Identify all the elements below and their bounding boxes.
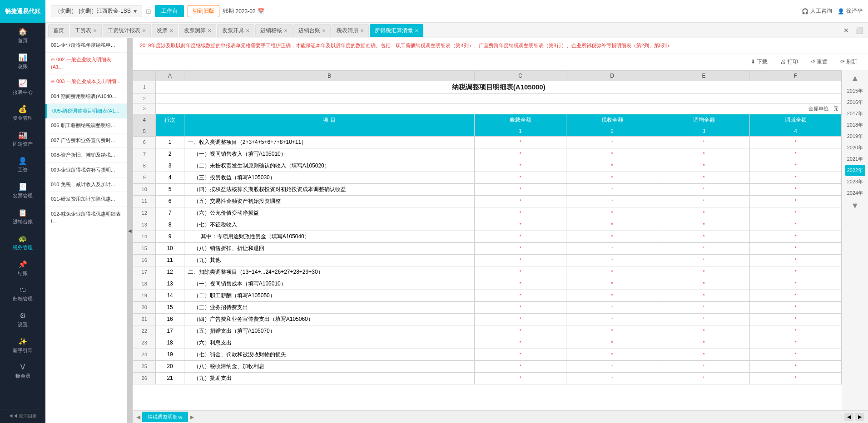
left-panel-item-item5[interactable]: 005-纳税调整项目明细表(A1... [45,104,127,118]
year-up-button[interactable]: ▲ [850,72,861,84]
col3-val[interactable]: * [658,337,750,349]
col1-val[interactable]: * [475,278,566,290]
col1-val[interactable]: * [475,325,566,337]
tab-close-income-tax[interactable]: ✕ [415,28,418,33]
col4-val[interactable]: * [750,301,842,313]
col3-val[interactable]: * [658,313,750,325]
left-panel-item-item12[interactable]: 012-减免企业所得税优惠明细表(... [45,207,127,229]
year-down-button[interactable]: ▼ [850,200,861,212]
col4-val[interactable]: * [750,313,842,325]
col3-val[interactable]: * [658,301,750,313]
col2-val[interactable]: * [566,219,658,231]
col4-val[interactable]: * [750,148,842,160]
col2-val[interactable]: * [566,290,658,301]
bottom-tab-sheet[interactable]: 纳税调整明细表 [142,412,188,422]
col3-val[interactable]: * [658,372,750,384]
sidebar-item-invoice-mgmt[interactable]: 🧾发票管理 [0,178,45,204]
collapse-handle[interactable]: ◀ [127,38,133,423]
left-panel-item-item7[interactable]: 007-广告费和业务宣传费时... [45,133,127,148]
col3-val[interactable]: * [658,231,750,242]
period-selector[interactable]: 账期 2023-02 📅 [223,7,264,15]
col2-val[interactable]: * [566,254,658,266]
year-btn-2022年[interactable]: 2022年 [845,165,865,176]
col4-val[interactable]: * [750,349,842,360]
col2-val[interactable]: * [566,231,658,242]
sidebar-item-guide[interactable]: ✨新手引导 [0,333,45,359]
refresh-button[interactable]: ⟳ 刷新 [837,57,861,67]
workbench-button[interactable]: 工作台 [155,5,184,17]
tab-invoice-open[interactable]: 发票开具 ✕ [217,24,254,37]
col4-val[interactable]: * [750,207,842,219]
sidebar-item-tax[interactable]: 🐢税务管理 [0,230,45,256]
col4-val[interactable]: * [750,242,842,254]
company-selector[interactable]: （勿删） (勿删）江西股金-LSS ▼ [51,5,142,17]
tab-close-purchase-ledger[interactable]: ✕ [322,28,326,33]
col2-val[interactable]: * [566,207,658,219]
left-panel-item-item6[interactable]: 006-职工薪酬纳税调整明细... [45,118,127,133]
year-btn-2015年[interactable]: 2015年 [845,85,865,97]
col3-val[interactable]: * [658,242,750,254]
col4-val[interactable]: * [750,231,842,242]
col1-val[interactable]: * [475,148,566,160]
col4-val[interactable]: * [750,195,842,207]
col4-val[interactable]: * [750,266,842,278]
tab-payroll-stats[interactable]: 工资统计报表 ✕ [103,24,151,37]
col2-val[interactable]: * [566,360,658,372]
print-button[interactable]: 🖨 打印 [777,57,802,67]
prev-sheet-btn[interactable]: ◀ [136,414,140,420]
col1-val[interactable]: * [475,372,566,384]
tab-close-invoice-open[interactable]: ✕ [246,28,249,33]
col4-val[interactable]: * [750,325,842,337]
col1-val[interactable]: * [475,207,566,219]
col2-val[interactable]: * [566,372,658,384]
col4-val[interactable]: * [750,183,842,195]
tab-invoice[interactable]: 发票 ✕ [152,24,178,37]
col2-val[interactable]: * [566,195,658,207]
col2-val[interactable]: * [566,160,658,172]
col1-val[interactable]: * [475,160,566,172]
col3-val[interactable]: * [658,172,750,183]
year-btn-2016年[interactable]: 2016年 [845,97,865,108]
tab-close-invoice-calc[interactable]: ✕ [208,28,211,33]
tab-income-tax[interactable]: 所得税汇算清缴 ✕ [370,24,423,37]
tab-tax-clear[interactable]: 税表清册 ✕ [332,24,369,37]
support-button[interactable]: 🎧 人工咨询 [802,7,832,15]
left-panel-item-item9[interactable]: 009-企业所得税弥补亏损明... [45,163,127,177]
download-button[interactable]: ⬇ 下载 [747,57,771,67]
col3-val[interactable]: * [658,183,750,195]
col2-val[interactable]: * [566,183,658,195]
old-version-button[interactable]: 切到旧版 [188,5,219,17]
col1-val[interactable]: * [475,242,566,254]
col4-val[interactable]: * [750,372,842,384]
year-btn-2017年[interactable]: 2017年 [845,108,865,119]
user-menu[interactable]: 👤 徐泽华 [838,7,863,15]
col3-val[interactable]: * [658,195,750,207]
tab-close-payroll[interactable]: ✕ [93,28,97,33]
left-panel-item-item4[interactable]: 004-期间费用明细表(A1040... [45,89,127,104]
col2-val[interactable]: * [566,313,658,325]
col1-val[interactable]: * [475,172,566,183]
col1-val[interactable]: * [475,254,566,266]
sidebar-item-purchase[interactable]: 📋进销台账 [0,204,45,230]
sidebar-item-ledger[interactable]: 📊总账 [0,49,45,74]
col2-val[interactable]: * [566,325,658,337]
col2-val[interactable]: * [566,349,658,360]
sidebar-item-payroll[interactable]: 👤工资 [0,152,45,178]
close-tab-button[interactable]: ✕ [841,26,851,35]
col4-val[interactable]: * [750,360,842,372]
next-sheet-btn[interactable]: ▶ [190,414,194,420]
col3-val[interactable]: * [658,349,750,360]
tab-close-invoice[interactable]: ✕ [169,28,173,33]
col1-val[interactable]: * [475,349,566,360]
left-panel-item-item2[interactable]: ⊙ 002-一般企业收入明细表(A1... [45,53,127,74]
col2-val[interactable]: * [566,301,658,313]
sidebar-item-funds[interactable]: 💰资金管理 [0,100,45,126]
col4-val[interactable]: * [750,254,842,266]
col3-val[interactable]: * [658,290,750,301]
col1-val[interactable]: * [475,219,566,231]
col3-val[interactable]: * [658,160,750,172]
tab-home[interactable]: 首页 [48,24,69,37]
col4-val[interactable]: * [750,136,842,148]
col3-val[interactable]: * [658,325,750,337]
col3-val[interactable]: * [658,254,750,266]
